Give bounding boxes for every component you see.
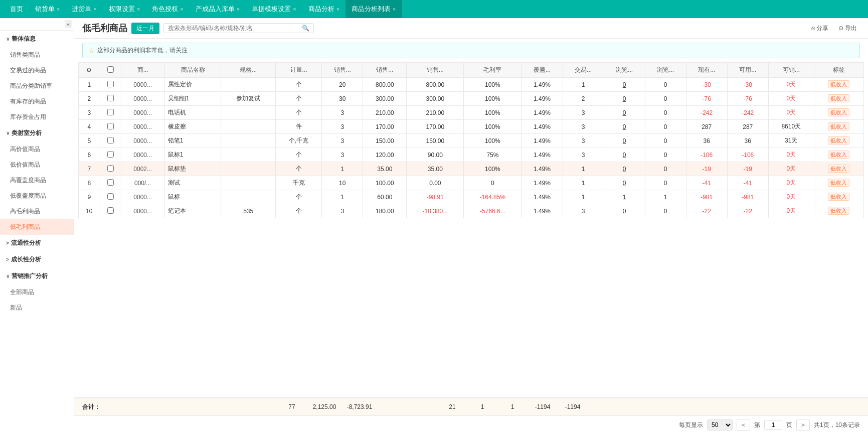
row-checkbox[interactable] (100, 190, 121, 204)
row-browse1[interactable]: 0 (604, 78, 645, 92)
sidebar-item-sales-products[interactable]: 销售类商品 (0, 47, 74, 63)
sidebar-group-circulation[interactable]: > 流通性分析 (0, 235, 74, 251)
nav-close-icon[interactable]: × (57, 6, 60, 12)
row-select-checkbox[interactable] (107, 123, 114, 129)
nav-close-icon[interactable]: × (237, 6, 240, 12)
sidebar-item-traded-products[interactable]: 交易过的商品 (0, 63, 74, 78)
row-select-checkbox[interactable] (107, 95, 114, 101)
next-page-button[interactable]: ＞ (796, 419, 810, 431)
row-name[interactable]: 属性定价 (164, 78, 221, 92)
col-current-stock[interactable]: 现有... (686, 63, 727, 78)
col-browse1[interactable]: 浏览... (604, 63, 645, 78)
nav-purchase-order[interactable]: 进货单 × (66, 0, 102, 18)
col-name[interactable]: 商品名称 (164, 63, 221, 78)
row-browse1[interactable]: 0 (604, 176, 645, 190)
page-size-select[interactable]: 50 100 200 (707, 419, 733, 430)
row-checkbox[interactable] (100, 120, 121, 134)
sidebar-item-in-stock[interactable]: 有库存的商品 (0, 94, 74, 109)
browse-link[interactable]: 0 (623, 123, 626, 130)
row-checkbox[interactable] (100, 92, 121, 106)
row-name[interactable]: 笔记本 (164, 204, 221, 218)
browse-link[interactable]: 0 (623, 137, 626, 144)
row-select-checkbox[interactable] (107, 109, 114, 115)
row-select-checkbox[interactable] (107, 179, 114, 186)
nav-product-entry[interactable]: 产成品入库单 × (190, 0, 246, 18)
row-name[interactable]: 铅笔1 (164, 134, 221, 148)
prev-page-button[interactable]: ＜ (737, 419, 750, 431)
row-checkbox[interactable] (100, 106, 121, 120)
col-tag[interactable]: 标签 (814, 63, 863, 78)
browse-link[interactable]: 0 (623, 81, 626, 88)
sidebar-item-low-margin[interactable]: 低毛利商品 (0, 219, 74, 235)
row-browse1[interactable]: 0 (604, 106, 645, 120)
row-select-checkbox[interactable] (107, 193, 114, 200)
row-browse1[interactable]: 1 (604, 190, 645, 204)
row-checkbox[interactable] (100, 148, 121, 162)
nav-close-icon[interactable]: × (293, 6, 296, 12)
row-select-checkbox[interactable] (107, 137, 114, 143)
nav-close-icon[interactable]: × (180, 6, 183, 12)
row-checkbox[interactable] (100, 176, 121, 190)
sidebar-group-overall[interactable]: ∨ 整体信息 (0, 31, 74, 47)
sidebar-item-low-value[interactable]: 低价值商品 (0, 157, 74, 173)
share-button[interactable]: ⎋ 分享 (808, 23, 831, 34)
nav-close-icon[interactable]: × (137, 6, 140, 12)
row-name[interactable]: 橡皮擦 (164, 120, 221, 134)
col-code[interactable]: 商... (121, 63, 164, 78)
col-spec[interactable]: 规格... (221, 63, 276, 78)
row-name[interactable]: 电话机 (164, 106, 221, 120)
nav-product-analysis-list[interactable]: 商品分析列表 × (345, 0, 402, 18)
sidebar-item-high-coverage[interactable]: 高覆盖度商品 (0, 173, 74, 188)
col-browse2[interactable]: 浏览... (645, 63, 686, 78)
sidebar-group-growth[interactable]: > 成长性分析 (0, 251, 74, 268)
search-icon[interactable]: 🔍 (302, 25, 309, 32)
sidebar-group-class-analysis[interactable]: ∨ 类射室分析 (0, 125, 74, 141)
browse-link[interactable]: 0 (623, 152, 626, 159)
col-sales-price[interactable]: 销售... (363, 63, 407, 78)
col-sales-amount[interactable]: 销售... (407, 63, 464, 78)
sidebar-item-high-margin[interactable]: 高毛利商品 (0, 204, 74, 219)
row-name[interactable]: 鼠标垫 (164, 162, 221, 176)
row-name[interactable]: 鼠标1 (164, 148, 221, 162)
sidebar-group-marketing[interactable]: ∨ 营销推广分析 (0, 268, 74, 284)
row-browse1[interactable]: 0 (604, 204, 645, 218)
col-checkbox[interactable] (100, 63, 121, 78)
nav-close-icon[interactable]: × (393, 6, 396, 12)
row-checkbox[interactable] (100, 204, 121, 218)
row-select-checkbox[interactable] (107, 165, 114, 172)
col-sales-qty[interactable]: 销售... (322, 63, 363, 78)
browse-link[interactable]: 0 (623, 180, 626, 187)
col-saleable[interactable]: 可销... (768, 63, 814, 78)
nav-close-icon[interactable]: × (93, 6, 96, 12)
row-name[interactable]: 鼠标 (164, 190, 221, 204)
col-cover-rate[interactable]: 覆盖... (522, 63, 563, 78)
row-checkbox[interactable] (100, 78, 121, 92)
row-select-checkbox[interactable] (107, 207, 114, 214)
sidebar-item-capital-usage[interactable]: 库存资金占用 (0, 109, 74, 125)
row-browse1[interactable]: 0 (604, 134, 645, 148)
sidebar-item-low-coverage[interactable]: 低覆盖度商品 (0, 188, 74, 204)
nav-role-auth[interactable]: 角色授权 × (146, 0, 189, 18)
sidebar-item-high-value[interactable]: 高价值商品 (0, 141, 74, 157)
row-browse1[interactable]: 0 (604, 92, 645, 106)
nav-close-icon[interactable]: × (336, 6, 339, 12)
browse-link[interactable]: 1 (623, 194, 626, 201)
nav-home[interactable]: 首页 (4, 0, 29, 18)
col-available[interactable]: 可用... (727, 63, 768, 78)
row-select-checkbox[interactable] (107, 151, 114, 158)
page-number-input[interactable] (764, 420, 782, 430)
row-select-checkbox[interactable] (107, 81, 114, 87)
date-filter-button[interactable]: 近一月 (131, 23, 159, 34)
browse-link[interactable]: 0 (623, 95, 626, 102)
browse-link[interactable]: 0 (623, 109, 626, 116)
sidebar-item-new-products[interactable]: 新品 (0, 300, 74, 316)
sidebar-collapse-button[interactable]: « (65, 20, 72, 28)
row-checkbox[interactable] (100, 134, 121, 148)
col-settings[interactable]: ⚙ (79, 63, 100, 78)
sidebar-item-category-rate[interactable]: 商品分类助销率 (0, 78, 74, 94)
row-browse1[interactable]: 0 (604, 162, 645, 176)
nav-template-settings[interactable]: 单据模板设置 × (246, 0, 302, 18)
nav-permissions[interactable]: 权限设置 × (103, 0, 146, 18)
search-input[interactable] (168, 25, 302, 32)
sidebar-item-all-products[interactable]: 全部商品 (0, 284, 74, 300)
